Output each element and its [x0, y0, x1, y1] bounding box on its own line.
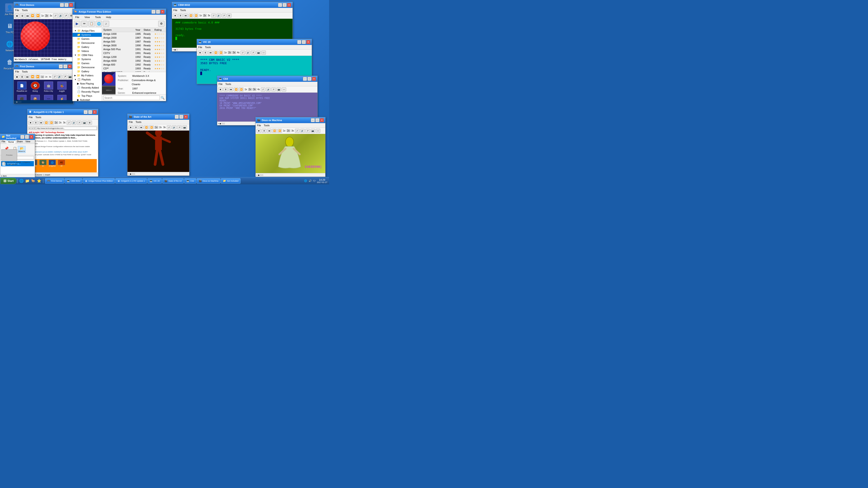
- c64-close[interactable]: ✕: [312, 77, 316, 81]
- c64-minimize[interactable]: ─: [303, 77, 307, 81]
- vic20-fwd[interactable]: ⏩: [219, 51, 223, 55]
- cbm8032-minimize[interactable]: ─: [278, 3, 282, 7]
- tree-top-plays[interactable]: ⭐ Top Plays: [72, 94, 102, 98]
- fd2-menu-file[interactable]: File: [15, 70, 19, 73]
- table-row[interactable]: Amiga 20001987Ready★★☆☆☆: [102, 36, 166, 40]
- c64-extra[interactable]: —: [282, 88, 286, 92]
- c64-maximize[interactable]: □: [307, 77, 311, 81]
- cbm8032-1x[interactable]: 1x: [199, 14, 202, 17]
- taskbar-state-art[interactable]: 🎬 State of the Art: [162, 178, 184, 184]
- c64-audio[interactable]: 🔊: [266, 88, 271, 92]
- af-close[interactable]: ✕: [160, 10, 164, 14]
- vic20-close[interactable]: ✕: [306, 40, 310, 44]
- fd2-speed-3x[interactable]: 3x: [49, 76, 52, 78]
- c64-menu-file[interactable]: File: [219, 83, 223, 86]
- fd2-minimize[interactable]: ─: [59, 64, 63, 68]
- soa-cam[interactable]: 📷: [182, 125, 187, 129]
- taskbar-c64[interactable]: 💻 C64: [184, 178, 196, 184]
- taskbar-cbm8032[interactable]: 💻 CBM 8032: [65, 178, 83, 184]
- fe-close[interactable]: ✕: [29, 135, 33, 139]
- dex-prev[interactable]: ⏮: [267, 129, 272, 133]
- a41-cam[interactable]: 📷: [82, 121, 87, 125]
- cbm8032-menu-file[interactable]: File: [174, 9, 178, 11]
- deus-ex-minimize[interactable]: ─: [311, 118, 315, 122]
- tree-videos[interactable]: 📁 Videos: [72, 49, 102, 53]
- a41-fwd[interactable]: ⏩: [49, 121, 54, 125]
- table-row[interactable]: Amiga 40001992Ready★★★☆☆: [102, 59, 166, 63]
- a41-2x[interactable]: 2x: [59, 121, 62, 124]
- close-button[interactable]: ✕: [69, 3, 73, 7]
- fd2-cam[interactable]: 📷: [68, 75, 72, 79]
- deus-ex-menu-file[interactable]: File: [257, 124, 261, 127]
- taskbar-deus-ex[interactable]: 🎬 Deus ex Machina: [197, 178, 221, 184]
- c64-1x[interactable]: 1x: [244, 88, 248, 91]
- fe-tab-file[interactable]: File: [0, 140, 6, 144]
- search-button[interactable]: 🔍: [161, 96, 164, 100]
- af-settings-button[interactable]: ⚙: [158, 21, 164, 27]
- c64-pause[interactable]: ⏸: [223, 88, 228, 92]
- tree-games[interactable]: 📁 Games: [72, 37, 102, 41]
- deus-ex-close[interactable]: ✕: [320, 118, 324, 122]
- af-copy-button[interactable]: 📋: [88, 21, 95, 27]
- quicklaunch-amiga[interactable]: 🐎: [31, 178, 36, 184]
- c64-rew[interactable]: ⏪: [234, 88, 238, 92]
- c64-2x[interactable]: 2x: [248, 88, 252, 91]
- fd2-icon-boxes[interactable]: 📦 Boxes: [29, 95, 41, 100]
- taskbar-vic20[interactable]: 💻 VIC 20: [147, 178, 162, 184]
- fe-tab-view[interactable]: View: [24, 140, 32, 144]
- taskbar-file-explorer[interactable]: 📁 Not Included: [221, 178, 241, 184]
- soa-fwd[interactable]: ⏩: [149, 125, 154, 129]
- c64-stop[interactable]: ■: [218, 88, 223, 92]
- cbm8032-prev[interactable]: ⏮: [183, 13, 188, 18]
- fd2-icon-lines[interactable]: 〰 Lines: [42, 95, 55, 100]
- table-row[interactable]: CDTV1991Ready★★★☆☆: [102, 51, 166, 55]
- cbm8032-stop[interactable]: ■: [173, 13, 178, 18]
- vic20-4x[interactable]: 4x: [237, 51, 240, 54]
- a41-rew[interactable]: ⏪: [44, 121, 49, 125]
- state-art-minimize[interactable]: ─: [175, 115, 179, 119]
- table-row[interactable]: Amiga 500 Plus1991Ready★★★☆☆: [102, 47, 166, 51]
- fd2-rew[interactable]: ⏪: [30, 75, 35, 79]
- cbm8032-audio[interactable]: 🔊: [217, 13, 221, 18]
- prev-button[interactable]: ⏮: [25, 13, 30, 18]
- state-art-menu-tools[interactable]: Tools: [135, 121, 142, 123]
- cbm8032-rew[interactable]: ⏪: [188, 13, 193, 18]
- tree-playlists[interactable]: ▼ 📋 Playlists: [72, 77, 102, 82]
- amigaos41-minimize[interactable]: ─: [84, 110, 88, 114]
- taskbar-amigaos41[interactable]: 🖥 AmigaOS 4.1 FE Update 1: [115, 178, 147, 184]
- a41-stop[interactable]: ■: [28, 121, 33, 125]
- vic20-minimize[interactable]: ─: [297, 40, 301, 44]
- af-menu-file[interactable]: File: [74, 15, 80, 19]
- fd2-maximize[interactable]: □: [63, 64, 67, 68]
- tree-demoscene[interactable]: 📁 Demoscene: [72, 41, 102, 45]
- c64-size[interactable]: ⤢: [261, 88, 266, 92]
- rew-button[interactable]: ⏪: [30, 13, 35, 18]
- state-art-maximize[interactable]: □: [179, 115, 183, 119]
- dex-share[interactable]: ↗: [305, 129, 310, 133]
- vic20-share[interactable]: ↗: [251, 51, 255, 55]
- tree-amiga-files[interactable]: ▼ 📁 Amiga Files: [72, 29, 102, 33]
- tree-autostart[interactable]: ▶ Autostart: [72, 98, 102, 101]
- fd2-icon-speed[interactable]: ⚡ Speed: [56, 95, 68, 100]
- soa-audio[interactable]: 🔊: [172, 125, 177, 129]
- tree-cbm-demo[interactable]: 📁 Demoscene: [72, 65, 102, 69]
- speed-2x[interactable]: 2x: [45, 14, 49, 17]
- dex-fwd[interactable]: ⏩: [277, 129, 282, 133]
- deus-ex-menu-tools[interactable]: Tools: [264, 124, 270, 127]
- c64-cam[interactable]: 📷: [276, 88, 281, 92]
- quicklaunch-extra[interactable]: ⭐: [36, 178, 42, 184]
- a41-wb-icon-amiganet[interactable]: 🌐 AmigaNet: [48, 160, 57, 172]
- c64-3x[interactable]: 3x: [252, 88, 256, 91]
- vic20-maximize[interactable]: □: [302, 40, 306, 44]
- soa-1x[interactable]: 1x: [154, 126, 158, 129]
- audio-button[interactable]: 🔊: [59, 13, 63, 18]
- amigaos41-maximize[interactable]: □: [88, 110, 92, 114]
- soa-3x[interactable]: 3x: [163, 126, 166, 129]
- amigaos41-menu-file[interactable]: File: [29, 116, 33, 119]
- tree-cbm-games[interactable]: 📁 Games: [72, 61, 102, 65]
- quicklaunch-ie[interactable]: 🌐: [19, 178, 24, 184]
- a41-audio[interactable]: 🔊: [72, 121, 76, 125]
- taskbar-amiga-forever[interactable]: 🖥 Amiga Forever Plus Edition: [83, 178, 115, 184]
- cbm8032-3x[interactable]: 3x: [207, 14, 211, 17]
- soa-size[interactable]: ⤢: [167, 125, 171, 129]
